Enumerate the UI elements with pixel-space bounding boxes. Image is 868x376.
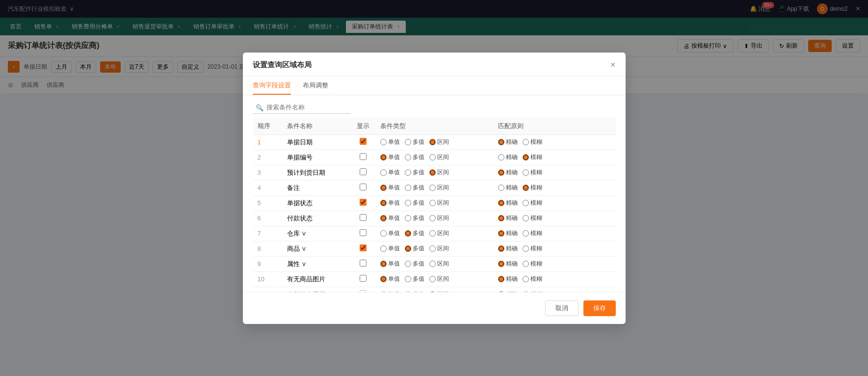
modal-header: 设置查询区域布局 ×	[243, 53, 626, 76]
modal-tabs: 查询字段设置 布局调整	[243, 76, 626, 94]
settings-modal: 设置查询区域布局 × 查询字段设置 布局调整 🔍 顺序	[243, 53, 626, 94]
modal-overlay: 设置查询区域布局 × 查询字段设置 布局调整 🔍 顺序	[0, 0, 868, 94]
modal-tab-layout[interactable]: 布局调整	[303, 76, 328, 94]
modal-close-btn[interactable]: ×	[610, 60, 616, 69]
modal-title: 设置查询区域布局	[253, 60, 312, 70]
modal-tab-query-fields[interactable]: 查询字段设置	[253, 76, 291, 94]
